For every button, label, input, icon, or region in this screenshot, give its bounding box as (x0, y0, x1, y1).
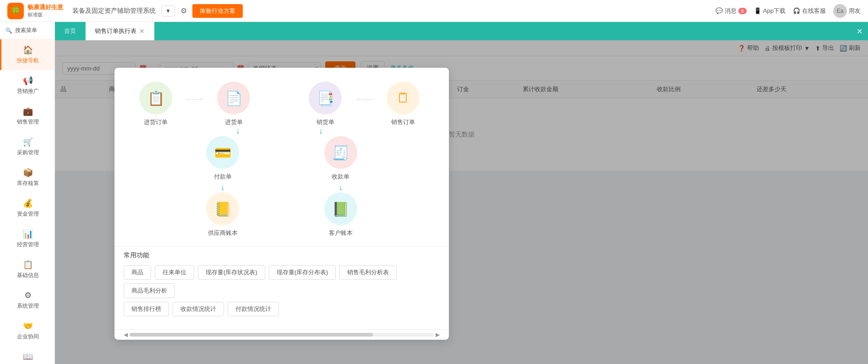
flow-node-sales-bill: 📑 销货单 (302, 81, 348, 126)
clipboard-icon: 📋 (23, 260, 33, 270)
scroll-right-btn[interactable]: ▶ (436, 331, 440, 338)
flow-node-receipt: 🧾 收款单 (318, 136, 364, 181)
receipt-icon: 🧾 (324, 136, 357, 169)
user-avatar: Ea (833, 4, 847, 18)
sidebar-item-operations[interactable]: 📊 经营管理 (0, 223, 55, 254)
headset-icon: 🎧 (793, 7, 800, 14)
message-icon: 💬 (715, 7, 723, 14)
briefcase-icon: 💼 (23, 106, 33, 116)
flow-node-sales-order: 🗒 销售订单 (380, 81, 426, 126)
modal-scrollbar: ◀ ▶ (115, 329, 449, 340)
payment-icon: 💳 (206, 136, 239, 169)
phone-icon: 📱 (754, 7, 761, 14)
logo-brand: 畅康通好生意 (27, 4, 63, 11)
sidebar-item-basic-info[interactable]: 📋 基础信息 (0, 254, 55, 285)
tab-bar: 首页 销售订单执行表 ✕ ✕ (55, 22, 868, 40)
scroll-track[interactable] (130, 333, 434, 337)
sidebar-item-sales[interactable]: 💼 销售管理 (0, 101, 55, 131)
customer-ledger-icon: 📗 (324, 192, 357, 225)
common-funcs-title: 常用功能 (124, 251, 440, 260)
func-btn-payment-stats[interactable]: 付款情况统计 (228, 302, 279, 316)
megaphone-icon: 📢 (23, 76, 33, 86)
app-download-btn[interactable]: 📱 App下载 (754, 7, 786, 15)
flow-area: 📋 进货订单 - - - - → (115, 68, 449, 246)
gear-icon: ⚙ (24, 290, 32, 300)
tab-sales-order-exec[interactable]: 销售订单执行表 ✕ (86, 22, 154, 40)
search-icon: 🔍 (5, 27, 12, 34)
chart-icon: 📊 (23, 229, 33, 239)
sidebar-item-marketing[interactable]: 📢 营销推广 (0, 70, 55, 101)
money-icon: 💰 (23, 198, 33, 208)
supplier-ledger-icon: 📒 (206, 192, 239, 225)
scroll-thumb (130, 333, 373, 337)
sys-dropdown-btn[interactable]: ▼ (161, 5, 175, 16)
sidebar-item-beginner[interactable]: 📖 新手引导 (0, 346, 55, 364)
page-close-btn[interactable]: ✕ (857, 27, 863, 36)
sidebar-item-sys-mgmt[interactable]: ⚙ 系统管理 (0, 285, 55, 315)
experience-btn[interactable]: 体验行业方案 (192, 4, 243, 18)
sales-bill-icon: 📑 (309, 81, 342, 114)
settings-btn[interactable]: ⚙ (180, 6, 187, 15)
sys-title: 装备及固定资产辅助管理系统 (72, 7, 156, 15)
func-btn-sales-rank[interactable]: 销售排行榜 (124, 302, 169, 316)
flow-node-supplier-ledger: 📒 供应商账本 (200, 192, 246, 237)
user-menu-btn[interactable]: Ea 用友 (833, 4, 861, 18)
func-btn-vendor[interactable]: 往来单位 (155, 265, 194, 280)
handshake-icon: 🤝 (23, 321, 33, 331)
func-btn-stock-status[interactable]: 现存量(库存状况表) (198, 265, 265, 280)
online-service-btn[interactable]: 🎧 在线客服 (793, 7, 826, 15)
func-btn-receipt-stats[interactable]: 收款情况统计 (173, 302, 224, 316)
purchase-bill-icon: 📄 (217, 81, 250, 114)
func-btn-goods-margin[interactable]: 商品毛利分析 (124, 283, 175, 298)
flow-node-purchase-bill: 📄 进货单 (211, 81, 257, 126)
sales-order-icon: 🗒 (387, 81, 420, 114)
tab-close-btn[interactable]: ✕ (139, 27, 145, 35)
message-btn[interactable]: 💬 消息 6 (715, 7, 747, 15)
box-icon: 📦 (23, 168, 33, 178)
book-icon: 📖 (23, 352, 33, 362)
logo-icon: 🍀 (7, 3, 24, 19)
logo-area: 🍀 畅康通好生意 标准版 (7, 3, 63, 19)
func-btn-stock-dist[interactable]: 现存量(库存分布表) (269, 265, 336, 280)
func-btn-sales-margin[interactable]: 销售毛利分析表 (339, 265, 397, 280)
flow-node-purchase-order: 📋 进货订单 (133, 81, 179, 126)
modal-box: 📋 进货订单 - - - - → (115, 68, 449, 340)
sidebar-item-corp-collab[interactable]: 🤝 企业协同 (0, 315, 55, 346)
tab-home[interactable]: 首页 (55, 22, 86, 40)
flow-node-customer-ledger: 📗 客户账本 (318, 192, 364, 237)
purchase-order-icon: 📋 (139, 81, 172, 114)
sidebar-item-inventory[interactable]: 📦 库存核算 (0, 162, 55, 193)
flow-node-payment: 💳 付款单 (200, 136, 246, 181)
modal-overlay[interactable]: 📋 进货订单 - - - - → (55, 40, 868, 364)
sidebar-item-purchase[interactable]: 🛒 采购管理 (0, 131, 55, 162)
message-badge: 6 (738, 8, 747, 14)
func-btns-row1: 商品 往来单位 现存量(库存状况表) 现存量(库存分布表) 销售毛利分析表 商品… (124, 265, 440, 298)
cart-icon: 🛒 (23, 137, 33, 147)
home-icon: 🏠 (23, 45, 33, 55)
sidebar: 🔍 搜索菜单 🏠 快捷导航 📢 营销推广 💼 销售管理 🛒 采购管理 📦 (0, 22, 55, 364)
search-menu-btn[interactable]: 🔍 搜索菜单 (0, 22, 55, 39)
scroll-left-btn[interactable]: ◀ (124, 331, 128, 338)
func-btn-goods[interactable]: 商品 (124, 265, 151, 280)
page-content: ❓ 帮助 🖨 按模板打印 ▼ ⬆ 导出 🔄 刷新 (55, 40, 868, 364)
sidebar-item-finance[interactable]: 💰 资金管理 (0, 193, 55, 223)
logo-sub: 标准版 (27, 11, 63, 18)
func-btns-row2: 销售排行榜 收款情况统计 付款情况统计 (124, 302, 440, 316)
sidebar-item-quick-nav[interactable]: 🏠 快捷导航 (0, 39, 55, 70)
common-funcs-section: 常用功能 商品 往来单位 现存量(库存状况表) 现存量(库存分布表) 销售毛利分… (115, 246, 449, 329)
